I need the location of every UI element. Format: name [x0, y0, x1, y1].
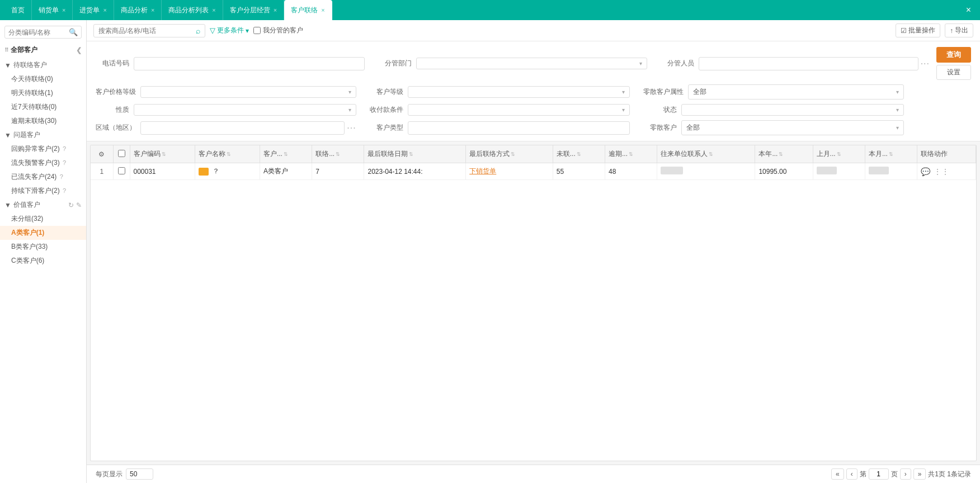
nav-tab-home[interactable]: 首页 [4, 0, 32, 20]
input-customer-type[interactable] [408, 121, 630, 135]
select-dept[interactable]: ▾ [416, 58, 647, 69]
sidebar-item-tomorrow[interactable]: 明天待联络(1) [0, 86, 86, 100]
row-checkbox[interactable] [118, 167, 125, 174]
sidebar-item-a-class[interactable]: A类客户(1) [0, 226, 86, 240]
sidebar-item-no-group[interactable]: 未分组(32) [0, 212, 86, 226]
search-input[interactable] [98, 27, 196, 35]
close-customer-contact-tab[interactable]: × [321, 7, 324, 13]
section-title-value[interactable]: ▼ 价值客户 ↻ ✎ [0, 198, 86, 212]
sidebar-search-input[interactable] [8, 29, 69, 36]
prev-page-button[interactable]: ‹ [846, 468, 858, 480]
filter-row-1: 电话号码 分管部门 ▾ 分管人员 ··· [96, 47, 971, 80]
select-payment-terms[interactable]: ▾ [408, 104, 630, 116]
cell-this-year: 10995.00 [755, 163, 813, 180]
close-sales-tab[interactable]: × [62, 7, 65, 13]
input-manager[interactable] [699, 57, 918, 70]
cell-this-month [865, 163, 917, 180]
label-retail-customer: 零散客户 [643, 123, 677, 132]
qr-icon[interactable]: ⋮⋮ [934, 167, 949, 176]
sidebar-item-repurchase[interactable]: 回购异常客户(2) ? [0, 142, 86, 156]
col-checkbox [113, 145, 130, 163]
query-button[interactable]: 查询 [936, 47, 971, 63]
col-code[interactable]: 客户编码⇅ [130, 145, 195, 163]
nav-tab-customer-contact[interactable]: 客户联络 × [284, 0, 332, 20]
nav-tab-customer-seg[interactable]: 客户分层经营 × [223, 0, 284, 20]
section-title-pending[interactable]: ▼ 待联络客户 [0, 58, 86, 72]
search-submit-icon[interactable]: ⌕ [196, 26, 200, 35]
col-action: 联络动作 [917, 145, 976, 163]
close-goods-list-tab[interactable]: × [212, 7, 215, 13]
input-region[interactable] [140, 121, 345, 135]
sidebar-collapse-icon[interactable]: ❮ [76, 46, 82, 54]
close-customer-seg-tab[interactable]: × [274, 7, 277, 13]
col-overdue[interactable]: 逾期...⇅ [605, 145, 657, 163]
close-goods-analysis-tab[interactable]: × [151, 7, 154, 13]
settings-button[interactable]: 设置 [936, 65, 971, 80]
filter-more-button[interactable]: ▽ 更多条件 ▾ [210, 26, 249, 35]
all-customers-label[interactable]: 全部客户 [11, 45, 37, 55]
label-region: 区域（地区） [96, 123, 136, 132]
export-button[interactable]: ↑ 导出 [945, 23, 973, 37]
col-this-month[interactable]: 本月...⇅ [865, 145, 917, 163]
col-this-year[interactable]: 本年...⇅ [755, 145, 813, 163]
page-prefix-label: 第 [860, 470, 866, 479]
col-last-method[interactable]: 最后联络方式⇅ [466, 145, 553, 163]
nav-tab-goods-analysis[interactable]: 商品分析 × [114, 0, 162, 20]
sidebar-item-churn-warn[interactable]: 流失预警客户(3) ? [0, 156, 86, 170]
next-page-button[interactable]: › [900, 468, 911, 480]
sidebar-item-b-class[interactable]: B类客户(33) [0, 240, 86, 254]
col-contact[interactable]: 联络...⇅ [312, 145, 364, 163]
col-last-date[interactable]: 最后联络日期⇅ [364, 145, 466, 163]
close-purchase-tab[interactable]: × [103, 7, 106, 13]
page-suffix-label: 页 [891, 470, 898, 479]
filter-phone: 电话号码 [96, 57, 365, 70]
select-status[interactable]: ▾ [681, 104, 904, 116]
input-phone[interactable] [134, 57, 365, 70]
section-title-problem[interactable]: ▼ 问题客户 [0, 128, 86, 142]
app-close-button[interactable]: × [962, 3, 976, 17]
select-retail-customer[interactable]: 全部 ▾ [681, 120, 904, 135]
cell-last-method: 下销货单 [466, 163, 553, 180]
manager-dots-icon[interactable]: ··· [921, 59, 930, 69]
per-page-select[interactable]: 50 20 100 200 [126, 468, 153, 480]
region-dots-icon[interactable]: ··· [347, 123, 356, 133]
cell-overdue: 48 [605, 163, 657, 180]
cell-code: 000031 [130, 163, 195, 180]
select-all-checkbox[interactable] [118, 150, 125, 157]
sidebar-item-c-class[interactable]: C类客户(6) [0, 254, 86, 268]
page-number-input[interactable] [869, 468, 889, 480]
last-page-button[interactable]: » [913, 468, 926, 480]
chat-icon[interactable]: 💬 [921, 167, 930, 176]
col-contact-person[interactable]: 往来单位联系人⇅ [657, 145, 755, 163]
col-uncontacted[interactable]: 未联...⇅ [553, 145, 605, 163]
filter-panel: 电话号码 分管部门 ▾ 分管人员 ··· [87, 41, 980, 141]
col-last-month[interactable]: 上月...⇅ [813, 145, 865, 163]
batch-icon: ☑ [901, 27, 907, 35]
sidebar-item-today[interactable]: 今天待联络(0) [0, 72, 86, 86]
nav-tab-purchase[interactable]: 进货单 × [73, 0, 114, 20]
select-customer-level[interactable]: ▾ [408, 86, 630, 98]
my-customers-checkbox[interactable] [253, 27, 261, 34]
filter-customer-type: 客户类型 [370, 121, 630, 135]
col-name[interactable]: 客户名称⇅ [195, 145, 260, 163]
cell-contact: 7 [312, 163, 364, 180]
edit-icon[interactable]: ✎ [76, 201, 82, 209]
col-gear[interactable]: ⚙ [91, 145, 113, 163]
refresh-icon[interactable]: ↻ [68, 201, 74, 209]
col-type[interactable]: 客户...⇅ [260, 145, 312, 163]
label-phone: 电话号码 [96, 59, 129, 68]
sidebar-item-declining[interactable]: 持续下滑客户(2) ? [0, 184, 86, 198]
nav-tab-goods-list[interactable]: 商品分析列表 × [162, 0, 223, 20]
nav-tab-sales[interactable]: 销货单 × [32, 0, 73, 20]
sidebar-item-week[interactable]: 近7天待联络(0) [0, 100, 86, 114]
sidebar-search-icon[interactable]: 🔍 [69, 28, 78, 36]
last-method-link[interactable]: 下销货单 [469, 167, 496, 175]
filter-status: 状态 ▾ [643, 104, 904, 116]
select-price-level[interactable]: ▾ [140, 86, 356, 98]
select-retail-attr[interactable]: 全部 ▾ [688, 84, 904, 100]
sidebar-item-churned[interactable]: 已流失客户(24) ? [0, 170, 86, 184]
sidebar-item-overdue[interactable]: 逾期未联络(30) [0, 114, 86, 128]
batch-operation-button[interactable]: ☑ 批量操作 [896, 23, 940, 37]
first-page-button[interactable]: « [831, 468, 844, 480]
select-nature[interactable]: ▾ [134, 104, 356, 116]
